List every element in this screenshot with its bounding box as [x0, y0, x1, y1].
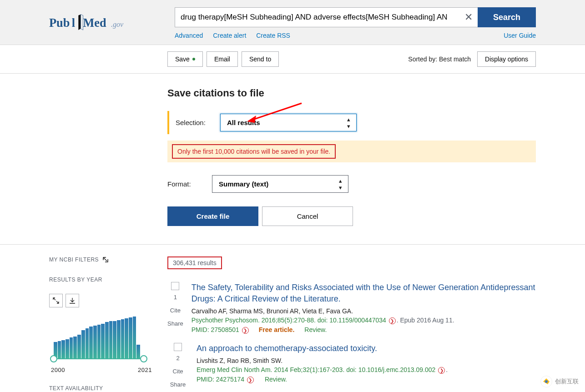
year-bar[interactable] — [58, 341, 61, 358]
svg-text:Pub: Pub — [49, 16, 70, 29]
year-bar[interactable] — [73, 337, 77, 358]
article-authors: Carvalho AF, Sharma MS, Brunoni AR, Viet… — [192, 307, 536, 315]
selection-select[interactable]: All results — [220, 114, 357, 131]
review-label: Review. — [304, 326, 327, 333]
pubmed-logo[interactable]: Pub l Med .gov — [49, 13, 167, 34]
year-bar[interactable] — [77, 335, 81, 358]
download-chart-button[interactable] — [66, 294, 79, 307]
svg-text:l: l — [72, 16, 75, 29]
year-slider-start[interactable] — [50, 355, 57, 362]
year-start-label: 2000 — [51, 367, 65, 373]
year-end-label: 2021 — [138, 367, 152, 373]
advanced-link[interactable]: Advanced — [175, 32, 203, 39]
sorted-by-label: Sorted by: Best match — [408, 55, 471, 63]
year-bar[interactable] — [86, 328, 89, 358]
year-bar[interactable] — [136, 345, 140, 358]
result-number: 2 — [176, 355, 179, 362]
year-bar[interactable] — [117, 320, 121, 358]
save-button[interactable]: Save — [167, 51, 203, 67]
share-button[interactable]: Share — [170, 381, 186, 388]
result-item: 2 Cite Share An approach to chemotherapy… — [167, 343, 536, 392]
clear-search-icon[interactable]: ✕ — [459, 7, 478, 27]
article-pmid: PMID: 24275174 — [197, 376, 244, 383]
free-article-label: Free article. — [259, 326, 295, 333]
expand-icon — [53, 297, 59, 304]
watermark: 创新互联 — [540, 376, 579, 387]
year-bar[interactable] — [70, 337, 73, 358]
info-ring-icon[interactable]: ❯ — [438, 367, 445, 374]
year-bar[interactable] — [89, 327, 93, 358]
send-to-button[interactable]: Send to — [242, 51, 279, 67]
year-bar[interactable] — [66, 339, 69, 358]
create-file-button[interactable]: Create file — [167, 206, 258, 226]
search-button[interactable]: Search — [478, 7, 536, 27]
result-number: 1 — [174, 294, 177, 301]
year-bar[interactable] — [97, 325, 101, 358]
year-bar[interactable] — [129, 317, 132, 358]
year-bar[interactable] — [61, 340, 65, 358]
year-bar[interactable] — [93, 326, 97, 358]
article-title-link[interactable]: The Safety, Tolerability and Risks Assoc… — [192, 282, 536, 305]
year-bar[interactable] — [133, 317, 136, 358]
year-bar[interactable] — [109, 321, 113, 358]
article-title-link[interactable]: An approach to chemotherapy-associated t… — [197, 343, 448, 354]
article-authors: Livshits Z, Rao RB, Smith SW. — [197, 357, 448, 364]
review-label: Review. — [265, 376, 287, 383]
article-citation: Psychother Psychosom. 2016;85(5):270-88.… — [192, 317, 536, 324]
results-count: 306,431 results — [167, 256, 222, 269]
info-ring-icon[interactable]: ❯ — [242, 327, 249, 334]
share-button[interactable]: Share — [167, 320, 183, 327]
results-by-year-label: RESULTS BY YEAR — [49, 276, 154, 283]
year-bar[interactable] — [113, 321, 116, 358]
expand-chart-button[interactable] — [49, 294, 63, 307]
display-options-button[interactable]: Display options — [477, 51, 536, 67]
save-limit-warning: Only the first 10,000 citations will be … — [172, 144, 336, 159]
cancel-button[interactable]: Cancel — [262, 206, 353, 226]
cite-button[interactable]: Cite — [170, 307, 181, 314]
download-icon — [69, 297, 76, 304]
result-item: 1 Cite Share The Safety, Tolerability an… — [167, 282, 536, 334]
pubmed-logo-svg: Pub l Med .gov — [49, 13, 136, 33]
article-citation: Emerg Med Clin North Am. 2014 Feb;32(1):… — [197, 366, 448, 374]
result-checkbox[interactable] — [174, 343, 182, 351]
search-input[interactable] — [175, 7, 478, 27]
external-link-icon — [102, 256, 109, 263]
my-ncbi-filters-link[interactable]: MY NCBI FILTERS — [49, 256, 154, 263]
save-panel-title: Save citations to file — [167, 87, 536, 99]
selection-label: Selection: — [176, 119, 209, 126]
result-checkbox[interactable] — [171, 282, 179, 290]
info-ring-icon[interactable]: ❯ — [247, 377, 254, 383]
format-select[interactable]: Summary (text) — [212, 175, 348, 193]
email-button[interactable]: Email — [207, 51, 238, 67]
create-alert-link[interactable]: Create alert — [213, 32, 246, 39]
info-ring-icon[interactable]: ❯ — [389, 317, 396, 324]
year-bar[interactable] — [101, 324, 105, 358]
format-label: Format: — [167, 180, 201, 188]
year-slider-end[interactable] — [140, 355, 147, 362]
year-bar[interactable] — [125, 318, 128, 358]
watermark-icon — [540, 376, 552, 387]
create-rss-link[interactable]: Create RSS — [256, 32, 290, 39]
year-bar[interactable] — [105, 322, 109, 358]
save-active-dot-icon — [192, 58, 195, 60]
cite-button[interactable]: Cite — [172, 368, 183, 375]
svg-text:.gov: .gov — [111, 20, 124, 28]
year-bar[interactable] — [121, 319, 125, 358]
text-availability-label: TEXT AVAILABILITY — [49, 385, 154, 392]
year-bar[interactable] — [81, 330, 85, 358]
article-pmid: PMID: 27508501 — [192, 326, 239, 333]
year-histogram[interactable] — [49, 310, 145, 365]
svg-text:Med: Med — [83, 16, 106, 29]
svg-point-6 — [545, 380, 548, 383]
user-guide-link[interactable]: User Guide — [504, 32, 536, 39]
